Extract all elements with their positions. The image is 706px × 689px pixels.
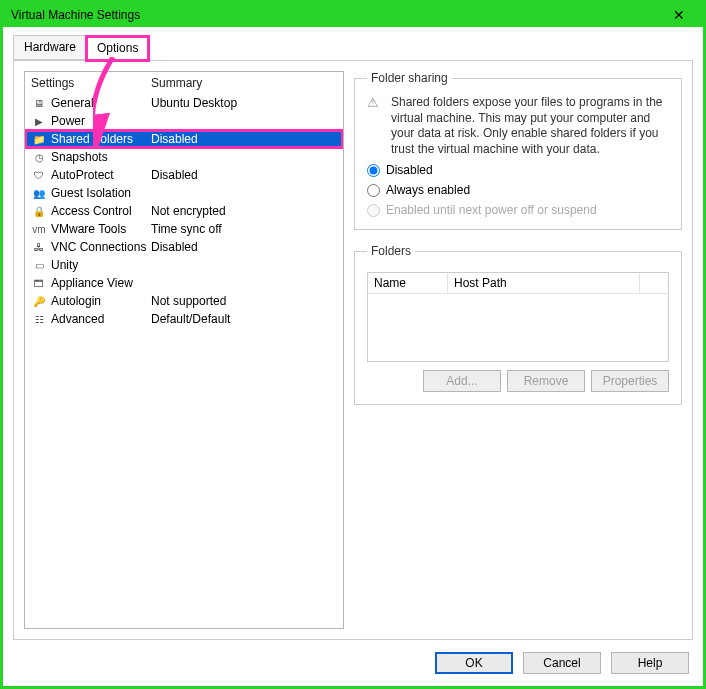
ok-button[interactable]: OK: [435, 652, 513, 674]
row-summary: Not encrypted: [151, 204, 337, 218]
radio-disabled[interactable]: Disabled: [367, 163, 669, 177]
col-end: [640, 273, 668, 294]
warning-text: Shared folders expose your files to prog…: [391, 95, 669, 157]
radio-until: Enabled until next power off or suspend: [367, 203, 669, 217]
row-label: Access Control: [51, 204, 151, 218]
settings-row-access-control[interactable]: 🔒Access ControlNot encrypted: [25, 202, 343, 220]
row-icon: ▭: [31, 258, 47, 272]
row-label: Autologin: [51, 294, 151, 308]
folders-legend: Folders: [367, 244, 415, 258]
settings-row-advanced[interactable]: ☷AdvancedDefault/Default: [25, 310, 343, 328]
settings-row-vnc-connections[interactable]: 🖧VNC ConnectionsDisabled: [25, 238, 343, 256]
col-name[interactable]: Name: [368, 273, 448, 294]
list-header: Settings Summary: [25, 72, 343, 94]
settings-row-vmware-tools[interactable]: vmVMware ToolsTime sync off: [25, 220, 343, 238]
row-label: Appliance View: [51, 276, 151, 290]
row-label: Snapshots: [51, 150, 151, 164]
col-settings: Settings: [31, 76, 151, 90]
titlebar: Virtual Machine Settings ✕: [3, 3, 703, 27]
settings-row-unity[interactable]: ▭Unity: [25, 256, 343, 274]
row-icon: 🖧: [31, 240, 47, 254]
row-icon: ◷: [31, 150, 47, 164]
row-label: Unity: [51, 258, 151, 272]
settings-row-autologin[interactable]: 🔑AutologinNot supported: [25, 292, 343, 310]
folders-buttons: Add... Remove Properties: [367, 370, 669, 392]
warning-icon: ⚠: [367, 95, 383, 111]
radio-always[interactable]: Always enabled: [367, 183, 669, 197]
settings-row-shared-folders[interactable]: 📁Shared FoldersDisabled: [25, 130, 343, 148]
add-button[interactable]: Add...: [423, 370, 501, 392]
folders-table: Name Host Path: [367, 272, 669, 362]
tab-options[interactable]: Options: [86, 36, 149, 61]
footer: OK Cancel Help: [3, 640, 703, 686]
folders-table-header: Name Host Path: [368, 273, 668, 294]
help-button[interactable]: Help: [611, 652, 689, 674]
row-icon: 🔑: [31, 294, 47, 308]
row-label: VNC Connections: [51, 240, 151, 254]
row-summary: Default/Default: [151, 312, 337, 326]
row-summary: Disabled: [151, 132, 337, 146]
settings-row-snapshots[interactable]: ◷Snapshots: [25, 148, 343, 166]
row-label: Advanced: [51, 312, 151, 326]
cancel-button[interactable]: Cancel: [523, 652, 601, 674]
radio-disabled-input[interactable]: [367, 164, 380, 177]
row-icon: ☷: [31, 312, 47, 326]
remove-button: Remove: [507, 370, 585, 392]
tab-strip: Hardware Options: [13, 35, 703, 60]
col-summary: Summary: [151, 76, 337, 90]
settings-row-power[interactable]: ▶Power: [25, 112, 343, 130]
window-title: Virtual Machine Settings: [11, 8, 663, 22]
row-summary: Disabled: [151, 168, 337, 182]
row-summary: Disabled: [151, 240, 337, 254]
right-pane: Folder sharing ⚠ Shared folders expose y…: [354, 71, 682, 629]
content: Settings Summary 🖥GeneralUbuntu Desktop▶…: [13, 60, 693, 640]
settings-row-general[interactable]: 🖥GeneralUbuntu Desktop: [25, 94, 343, 112]
radio-always-input[interactable]: [367, 184, 380, 197]
row-icon: 📁: [31, 132, 47, 146]
row-label: Shared Folders: [51, 132, 151, 146]
radio-always-label: Always enabled: [386, 183, 470, 197]
row-icon: 🗔: [31, 276, 47, 290]
row-label: Guest Isolation: [51, 186, 151, 200]
row-label: AutoProtect: [51, 168, 151, 182]
folders-group: Folders Name Host Path Add... Remove Pro…: [354, 244, 682, 405]
radio-disabled-label: Disabled: [386, 163, 433, 177]
settings-window: Virtual Machine Settings ✕ Hardware Opti…: [0, 0, 706, 689]
settings-row-autoprotect[interactable]: 🛡AutoProtectDisabled: [25, 166, 343, 184]
settings-row-appliance-view[interactable]: 🗔Appliance View: [25, 274, 343, 292]
row-label: General: [51, 96, 151, 110]
row-label: Power: [51, 114, 151, 128]
settings-list: Settings Summary 🖥GeneralUbuntu Desktop▶…: [24, 71, 344, 629]
row-summary: Not supported: [151, 294, 337, 308]
properties-button: Properties: [591, 370, 669, 392]
radio-until-label: Enabled until next power off or suspend: [386, 203, 597, 217]
tab-hardware[interactable]: Hardware: [13, 35, 87, 60]
col-host-path[interactable]: Host Path: [448, 273, 640, 294]
row-icon: 🔒: [31, 204, 47, 218]
radio-until-input: [367, 204, 380, 217]
row-icon: vm: [31, 222, 47, 236]
folder-sharing-legend: Folder sharing: [367, 71, 452, 85]
row-summary: Time sync off: [151, 222, 337, 236]
close-icon[interactable]: ✕: [663, 7, 695, 23]
row-icon: ▶: [31, 114, 47, 128]
row-icon: 🖥: [31, 96, 47, 110]
settings-row-guest-isolation[interactable]: 👥Guest Isolation: [25, 184, 343, 202]
row-icon: 👥: [31, 186, 47, 200]
row-summary: Ubuntu Desktop: [151, 96, 337, 110]
folder-sharing-group: Folder sharing ⚠ Shared folders expose y…: [354, 71, 682, 230]
row-icon: 🛡: [31, 168, 47, 182]
row-label: VMware Tools: [51, 222, 151, 236]
